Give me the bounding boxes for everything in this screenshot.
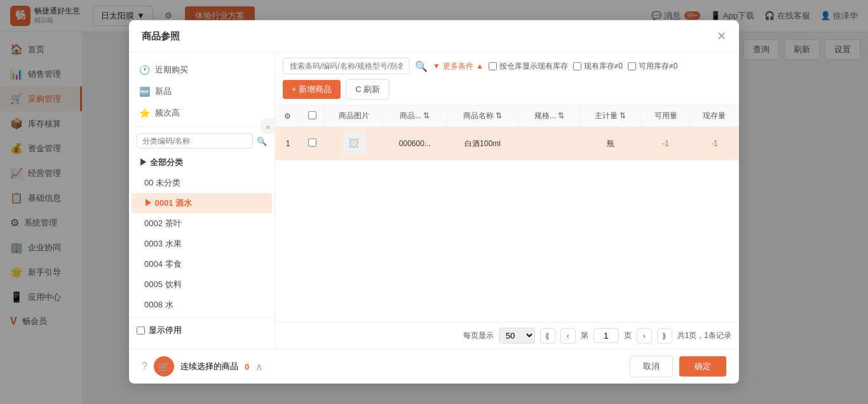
- first-page-btn[interactable]: ⟪: [540, 328, 555, 344]
- confirm-button[interactable]: 确定: [679, 356, 726, 377]
- product-reference-modal: 商品参照 ✕ 🕐 近期购买 🆕 新品 ⭐ 频次高: [129, 20, 739, 384]
- col-unit[interactable]: 主计量 ⇅: [580, 105, 641, 127]
- prev-page-btn[interactable]: ‹: [560, 328, 576, 344]
- selected-count: 0: [245, 362, 249, 372]
- modal-body: 🕐 近期购买 🆕 新品 ⭐ 频次高 « 🔍: [129, 53, 739, 349]
- pagination-bar: 每页显示 50 10 20 100 ⟪ ‹ 第 页 › ⟫ 共1页，1条记录: [275, 322, 739, 349]
- category-tea[interactable]: 0002 茶叶: [132, 213, 272, 234]
- row-spec: [520, 126, 580, 160]
- page-input[interactable]: [593, 328, 619, 343]
- category-liquor[interactable]: ▶ 0001 酒水: [132, 193, 272, 213]
- row-name: 白酒100ml: [445, 126, 519, 160]
- total-pages-label: 共1页，1条记录: [677, 330, 731, 341]
- category-snack[interactable]: 0004 零食: [132, 254, 272, 274]
- category-unclassified[interactable]: 00 未分类: [132, 173, 272, 193]
- more-filter-btn[interactable]: ▼ 更多条件 ▲: [433, 60, 484, 71]
- checkbox-current-stock[interactable]: 现有库存≠0: [573, 60, 623, 71]
- row-stock: -1: [690, 126, 739, 160]
- tab-frequent[interactable]: ⭐ 频次高: [129, 102, 275, 124]
- search-icon[interactable]: 🔍: [415, 60, 428, 72]
- collapse-selected-btn[interactable]: ∧: [255, 361, 263, 373]
- clock-icon: 🕐: [139, 65, 150, 75]
- category-all[interactable]: ▶ 全部分类: [132, 152, 272, 173]
- row-available: -1: [641, 126, 690, 160]
- tab-frequent-label: 频次高: [155, 107, 180, 119]
- modal-right-panel: 🔍 ▼ 更多条件 ▲ 按仓库显示现有库存 现有库存≠0 可用库存≠0: [275, 53, 739, 349]
- category-search-input[interactable]: [137, 133, 253, 149]
- current-stock-label: 现有库存≠0: [584, 60, 623, 71]
- col-code[interactable]: 商品... ⇅: [384, 105, 445, 127]
- filter-icon: ▼: [433, 62, 440, 71]
- checkbox-available-stock[interactable]: 可用库存≠0: [628, 60, 677, 71]
- category-list: ▶ 全部分类 00 未分类 ▶ 0001 酒水 0002 茶叶 0003 水果 …: [129, 152, 275, 318]
- modal-header: 商品参照 ✕: [129, 20, 739, 53]
- warehouse-stock-label: 按仓库显示现有库存: [499, 60, 568, 71]
- cart-btn[interactable]: 🛒: [154, 356, 174, 377]
- col-name[interactable]: 商品名称 ⇅: [445, 105, 519, 127]
- col-spec[interactable]: 规格... ⇅: [520, 105, 580, 127]
- col-image: 商品图片: [323, 105, 384, 127]
- row-image: 🖼: [323, 126, 384, 160]
- selected-label: 连续选择的商品: [180, 361, 238, 372]
- row-index: 1: [275, 126, 301, 160]
- category-search-row: 🔍: [129, 130, 275, 152]
- row-unit: 瓶: [580, 126, 641, 160]
- product-search-toolbar: 🔍 ▼ 更多条件 ▲ 按仓库显示现有库存 现有库存≠0 可用库存≠0: [275, 53, 739, 105]
- modal-title: 商品参照: [142, 30, 180, 42]
- col-settings[interactable]: ⚙: [275, 105, 301, 127]
- available-stock-checkbox[interactable]: [628, 62, 636, 70]
- table-body: 1 🖼 000600... 白酒100ml 瓶 -1 -1: [275, 126, 739, 160]
- panel-collapse-btn[interactable]: «: [261, 119, 275, 134]
- category-beverage[interactable]: 0005 饮料: [132, 274, 272, 295]
- page-label: 第: [581, 330, 588, 341]
- refresh-btn[interactable]: C 刷新: [346, 79, 390, 100]
- product-search-input[interactable]: [283, 58, 410, 74]
- category-fruit[interactable]: 0003 水果: [132, 234, 272, 254]
- footer-left: ? 🛒 连续选择的商品 0 ∧: [142, 356, 623, 377]
- cart-icon: 🛒: [158, 361, 170, 373]
- col-available: 可用量: [641, 105, 690, 127]
- product-table: ⚙ 商品图片 商品... ⇅ 商品名称 ⇅ 规格... ⇅: [275, 105, 739, 161]
- filter-label: 更多条件: [443, 60, 473, 71]
- col-checkbox: [301, 105, 323, 127]
- select-all-checkbox[interactable]: [308, 111, 316, 119]
- modal-left-panel: 🕐 近期购买 🆕 新品 ⭐ 频次高 « 🔍: [129, 53, 275, 349]
- table-row[interactable]: 1 🖼 000600... 白酒100ml 瓶 -1 -1: [275, 126, 739, 160]
- left-panel-bottom: 显示停用: [129, 318, 275, 342]
- row-select-checkbox[interactable]: [308, 138, 316, 147]
- quick-filter-tabs: 🕐 近期购买 🆕 新品 ⭐ 频次高: [129, 59, 275, 124]
- row-checkbox[interactable]: [301, 126, 323, 160]
- table-header: ⚙ 商品图片 商品... ⇅ 商品名称 ⇅ 规格... ⇅: [275, 105, 739, 127]
- available-stock-label: 可用库存≠0: [639, 60, 677, 71]
- category-water[interactable]: 0008 水: [132, 295, 272, 315]
- category-search-icon[interactable]: 🔍: [257, 136, 267, 145]
- page-suffix: 页: [624, 330, 632, 341]
- tab-new-products[interactable]: 🆕 新品: [129, 81, 275, 102]
- filter-up-icon: ▲: [476, 62, 484, 71]
- col-stock: 现存量: [690, 105, 739, 127]
- help-icon[interactable]: ?: [142, 361, 147, 372]
- product-table-wrapper: ⚙ 商品图片 商品... ⇅ 商品名称 ⇅ 规格... ⇅: [275, 105, 739, 322]
- per-page-select[interactable]: 50 10 20 100: [499, 328, 535, 344]
- modal-footer: ? 🛒 连续选择的商品 0 ∧ 取消 确定: [129, 349, 739, 384]
- row-code: 000600...: [384, 126, 445, 160]
- product-image: 🖼: [342, 132, 365, 155]
- tab-new-label: 新品: [155, 86, 172, 97]
- show-disabled-checkbox[interactable]: [137, 327, 145, 335]
- warehouse-stock-checkbox[interactable]: [489, 62, 497, 70]
- current-stock-checkbox[interactable]: [573, 62, 581, 70]
- modal-close-button[interactable]: ✕: [717, 29, 726, 43]
- next-page-btn[interactable]: ›: [637, 328, 652, 344]
- checkbox-warehouse-stock[interactable]: 按仓库显示现有库存: [489, 60, 568, 71]
- tab-recent-label: 近期购买: [155, 64, 188, 76]
- new-icon: 🆕: [139, 86, 150, 97]
- add-product-btn[interactable]: + 新增商品: [283, 80, 341, 99]
- star-icon: ⭐: [139, 108, 150, 118]
- per-page-label: 每页显示: [463, 330, 494, 341]
- cancel-button[interactable]: 取消: [630, 356, 673, 377]
- show-disabled-label: 显示停用: [149, 325, 182, 336]
- last-page-btn[interactable]: ⟫: [657, 328, 672, 344]
- tab-recent-purchase[interactable]: 🕐 近期购买: [129, 59, 275, 81]
